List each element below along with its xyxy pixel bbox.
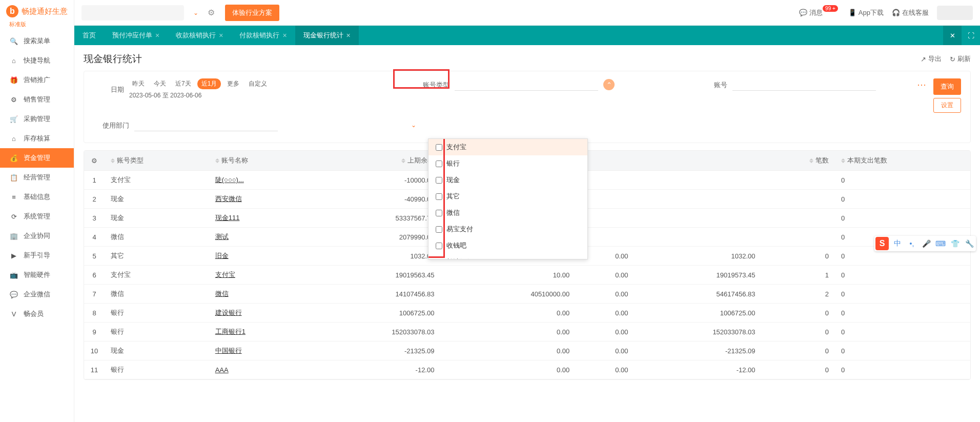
close-icon[interactable]: × bbox=[155, 31, 159, 39]
messages-link[interactable]: 💬 消息 99 + bbox=[799, 8, 840, 17]
checkbox[interactable] bbox=[436, 243, 442, 249]
col-8[interactable]: 笔数 bbox=[762, 151, 835, 171]
col-settings[interactable]: ⚙ bbox=[84, 151, 105, 171]
dropdown-option-7[interactable]: 长沙银行 bbox=[428, 254, 587, 259]
account-link[interactable]: 西安微信 bbox=[215, 195, 242, 203]
account-link[interactable]: 支付宝 bbox=[215, 271, 235, 278]
export-button[interactable]: ↗导出 bbox=[921, 54, 942, 64]
account-link[interactable]: 现金111 bbox=[215, 214, 240, 222]
col-name[interactable]: 账号名称 bbox=[209, 151, 314, 171]
table-row: 8银行建设银行1006725.000.000.001006725.0000 bbox=[84, 304, 970, 323]
fullscreen-icon[interactable]: ⛶ bbox=[962, 26, 980, 45]
account-type-input[interactable] bbox=[455, 78, 598, 91]
date-opt-2[interactable]: 近7天 bbox=[172, 78, 194, 89]
sidebar-item-0[interactable]: 🔍搜索菜单 bbox=[0, 31, 74, 51]
try-plan-button[interactable]: 体验行业方案 bbox=[225, 5, 279, 21]
settings-button[interactable]: 设置 bbox=[933, 98, 961, 113]
account-link[interactable]: 微信 bbox=[215, 290, 229, 297]
close-icon[interactable]: × bbox=[282, 31, 287, 39]
account-link[interactable]: 旧金 bbox=[215, 252, 229, 259]
account-link[interactable]: 建设银行 bbox=[215, 309, 242, 316]
sidebar-item-3[interactable]: ⚙销售管理 bbox=[0, 90, 74, 109]
col-payout[interactable]: 本期支出笔数 bbox=[835, 151, 970, 171]
headset-icon: 🎧 bbox=[892, 9, 900, 16]
tab-2[interactable]: 收款核销执行× bbox=[168, 26, 231, 45]
sidebar-item-2[interactable]: 🎁营销推广 bbox=[0, 70, 74, 90]
date-opt-4[interactable]: 更多 bbox=[224, 78, 242, 89]
sidebar-item-7[interactable]: 📋经营管理 bbox=[0, 168, 74, 187]
chevron-down-icon[interactable]: ⌄ bbox=[193, 9, 198, 16]
menu-label: 经营管理 bbox=[24, 173, 50, 182]
date-opt-1[interactable]: 今天 bbox=[151, 78, 169, 89]
checkbox[interactable] bbox=[436, 226, 442, 233]
chevron-down-icon[interactable]: ⌄ bbox=[411, 122, 416, 129]
ime-lang[interactable]: 中 bbox=[892, 238, 903, 249]
sidebar-item-8[interactable]: ≡基础信息 bbox=[0, 187, 74, 207]
ime-punct-icon[interactable]: •, bbox=[906, 238, 917, 249]
ime-skin-icon[interactable]: 👕 bbox=[949, 238, 961, 249]
tab-3[interactable]: 付款核销执行× bbox=[231, 26, 295, 45]
date-opt-0[interactable]: 昨天 bbox=[129, 78, 148, 89]
ime-logo-icon[interactable]: S bbox=[875, 237, 889, 250]
checkbox[interactable] bbox=[436, 210, 442, 216]
sidebar-item-12[interactable]: 📺智能硬件 bbox=[0, 265, 74, 285]
close-icon[interactable]: × bbox=[346, 31, 351, 39]
dropdown-option-3[interactable]: 其它 bbox=[428, 188, 587, 205]
dropdown-option-4[interactable]: 微信 bbox=[428, 205, 587, 221]
ime-mic-icon[interactable]: 🎤 bbox=[921, 238, 932, 249]
dropdown-option-5[interactable]: 易宝支付 bbox=[428, 221, 587, 237]
query-button[interactable]: 查询 bbox=[933, 78, 961, 95]
dropdown-option-2[interactable]: 现金 bbox=[428, 172, 587, 188]
account-input[interactable] bbox=[732, 78, 876, 91]
checkbox[interactable] bbox=[436, 144, 442, 151]
ime-toolbox-icon[interactable]: 🔧 bbox=[964, 238, 975, 249]
ime-keyboard-icon[interactable]: ⌨ bbox=[935, 238, 946, 249]
avatar[interactable] bbox=[937, 6, 973, 20]
tab-4[interactable]: 现金银行统计× bbox=[295, 26, 359, 45]
more-dots-icon[interactable]: ⋯ bbox=[917, 79, 927, 90]
account-link[interactable]: AAA bbox=[215, 366, 229, 374]
table-row: 6支付宝支付宝19019563.4510.000.0019019573.4510 bbox=[84, 266, 970, 285]
col-type[interactable]: 账号类型 bbox=[105, 151, 209, 171]
dropdown-option-0[interactable]: 支付宝 bbox=[428, 139, 587, 155]
support-link[interactable]: 🎧 在线客服 bbox=[892, 8, 929, 17]
date-opt-3[interactable]: 近1月 bbox=[197, 78, 221, 89]
sidebar-item-6[interactable]: 💰资金管理 bbox=[0, 148, 74, 168]
col-prev[interactable]: 上期余额 bbox=[313, 151, 440, 171]
gear-icon[interactable]: ⚙ bbox=[208, 8, 215, 17]
date-range: 2023-05-06 至 2023-06-06 bbox=[129, 91, 270, 100]
sidebar-item-11[interactable]: ▶新手引导 bbox=[0, 246, 74, 265]
app-download-link[interactable]: 📱 App下载 bbox=[848, 8, 884, 17]
checkbox[interactable] bbox=[436, 177, 442, 184]
collapse-icon[interactable]: ⌃ bbox=[603, 79, 615, 90]
checkbox[interactable] bbox=[436, 193, 442, 200]
sidebar-item-13[interactable]: 💬企业微信 bbox=[0, 285, 74, 304]
sidebar-item-1[interactable]: ⌂快捷导航 bbox=[0, 51, 74, 70]
tab-1[interactable]: 预付冲应付单× bbox=[104, 26, 168, 45]
tab-0[interactable]: 首页 bbox=[74, 26, 104, 45]
account-link[interactable]: 工商银行1 bbox=[215, 328, 246, 335]
menu-label: 营销推广 bbox=[24, 75, 50, 85]
dept-input[interactable] bbox=[134, 119, 278, 131]
refresh-button[interactable]: ↻刷新 bbox=[950, 54, 971, 64]
col-7[interactable] bbox=[634, 151, 761, 171]
close-icon[interactable]: × bbox=[219, 31, 223, 39]
table-row: 10现金中国银行-21325.090.000.00-21325.0900 bbox=[84, 341, 970, 360]
org-selector[interactable] bbox=[81, 5, 184, 21]
sidebar-item-14[interactable]: V畅会员 bbox=[0, 304, 74, 324]
account-type-label: 账号类型 bbox=[419, 79, 455, 90]
sidebar-item-4[interactable]: 🛒采购管理 bbox=[0, 109, 74, 129]
menu-label: 企业协同 bbox=[24, 231, 50, 240]
checkbox[interactable] bbox=[436, 259, 442, 260]
account-link[interactable]: 中国银行 bbox=[215, 347, 242, 354]
sidebar-item-5[interactable]: ⌂库存核算 bbox=[0, 129, 74, 148]
dropdown-option-1[interactable]: 银行 bbox=[428, 155, 587, 172]
account-link[interactable]: 测试 bbox=[215, 233, 229, 240]
dropdown-option-6[interactable]: 收钱吧 bbox=[428, 237, 587, 254]
close-all-tabs[interactable]: ✕ bbox=[943, 26, 962, 45]
checkbox[interactable] bbox=[436, 160, 442, 167]
sidebar-item-9[interactable]: ⟳系统管理 bbox=[0, 207, 74, 226]
date-opt-5[interactable]: 自定义 bbox=[246, 78, 270, 89]
sidebar-item-10[interactable]: 🏢企业协同 bbox=[0, 226, 74, 246]
account-link[interactable]: 陡(○○○)... bbox=[215, 176, 244, 184]
